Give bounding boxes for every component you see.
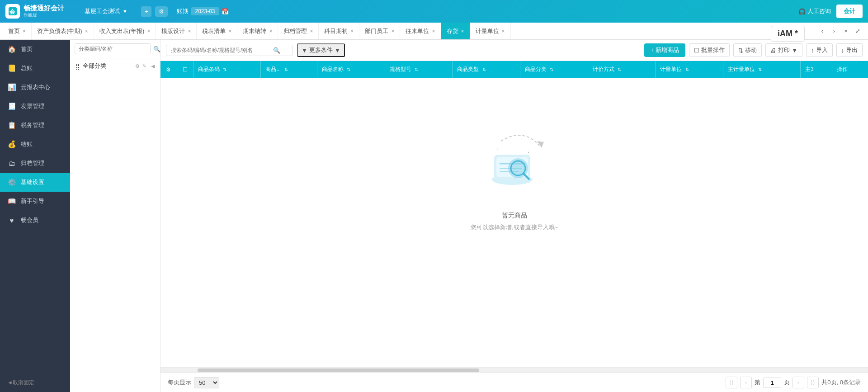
category-search-input[interactable] bbox=[75, 43, 151, 54]
tabs-prev-button[interactable]: ‹ bbox=[817, 26, 827, 36]
th-unit[interactable]: 计量单位 ⇅ bbox=[656, 61, 723, 78]
tab-close-inventory[interactable]: × bbox=[461, 28, 464, 34]
tab-dept-staff[interactable]: 部门员工 × bbox=[359, 23, 400, 40]
header-actions: + ⚙ bbox=[141, 6, 168, 17]
tab-homepage[interactable]: 首页 × bbox=[3, 23, 32, 40]
tab-close-contacts[interactable]: × bbox=[432, 28, 435, 34]
period-value: 2023-03 bbox=[191, 7, 218, 15]
prev-page-button[interactable]: ‹ bbox=[740, 377, 752, 388]
tab-close-archive[interactable]: × bbox=[310, 28, 313, 34]
tab-close-tax[interactable]: × bbox=[228, 28, 231, 34]
th-name[interactable]: 商品名称 ⇅ bbox=[317, 61, 385, 78]
tab-archive[interactable]: 归档管理 × bbox=[278, 23, 319, 40]
move-icon: ⇅ bbox=[738, 47, 743, 54]
tab-tax-list[interactable]: 税表清单 × bbox=[197, 23, 237, 40]
sidebar-item-guide[interactable]: 📖 新手引导 bbox=[0, 192, 70, 211]
logo-icon: 会 bbox=[5, 4, 20, 19]
scroll-thumb[interactable] bbox=[198, 368, 479, 372]
tab-close-period[interactable]: × bbox=[269, 28, 272, 34]
gear-icon: ⚙ bbox=[159, 8, 164, 15]
th-type[interactable]: 商品类型 ⇅ bbox=[453, 61, 520, 78]
top-header: 会 畅捷通好会计 旗舰版 基层工会测试 ▼ + ⚙ 账期 2023-03 📅 🎧… bbox=[0, 0, 868, 23]
sidebar-unpin-button[interactable]: ◄取消固定 bbox=[0, 373, 70, 392]
tabs-close-all-button[interactable]: × bbox=[841, 26, 851, 36]
service-button[interactable]: 🎧 人工咨询 bbox=[798, 7, 831, 15]
tab-close-balance[interactable]: × bbox=[85, 28, 88, 34]
tab-close-homepage[interactable]: × bbox=[23, 28, 26, 34]
th-price-method[interactable]: 计价方式 ⇅ bbox=[588, 61, 656, 78]
tab-contacts[interactable]: 往来单位 × bbox=[400, 23, 441, 40]
svg-text:⋆: ⋆ bbox=[496, 147, 499, 151]
period-area: 账期 2023-03 📅 bbox=[177, 7, 228, 15]
th-spec[interactable]: 规格型号 ⇅ bbox=[385, 61, 453, 78]
sidebar-item-ledger[interactable]: 📒 总账 bbox=[0, 59, 70, 78]
sort-barcode-icon: ⇅ bbox=[223, 67, 226, 72]
sort-code-icon: ⇅ bbox=[284, 67, 288, 72]
company-selector[interactable]: 基层工会测试 ▼ bbox=[80, 5, 132, 17]
sidebar-item-close-account[interactable]: 💰 结账 bbox=[0, 135, 70, 154]
content-area: 🔍 ⣿ 全部分类 ⚙ ✎ ◀ 🔍 bbox=[70, 40, 868, 392]
more-filter-button[interactable]: ▼ 更多条件 ▼ bbox=[297, 43, 345, 57]
sidebar-item-home[interactable]: 🏠 首页 bbox=[0, 40, 70, 59]
tab-close-income[interactable]: × bbox=[147, 28, 150, 34]
empty-illustration: ⋆ ⋆ bbox=[469, 114, 560, 204]
page-size-select[interactable]: 20 50 100 bbox=[194, 377, 219, 388]
tab-template-design[interactable]: 模版设计 × bbox=[156, 23, 197, 40]
category-edit-icon[interactable]: ✎ bbox=[142, 63, 146, 69]
sidebar-item-archive[interactable]: 🗂 归档管理 bbox=[0, 154, 70, 173]
add-tab-button[interactable]: + bbox=[141, 6, 152, 17]
last-page-button[interactable]: ⟩⟩ bbox=[807, 377, 819, 388]
tabs-next-button[interactable]: › bbox=[829, 26, 839, 36]
tab-unit[interactable]: 计量单位 × bbox=[470, 23, 511, 40]
bottom-bar: 每页显示 20 50 100 ⟨⟨ ‹ 第 页 › bbox=[160, 373, 868, 392]
account-button[interactable]: 会计 bbox=[836, 5, 863, 18]
product-search-input[interactable] bbox=[171, 47, 270, 53]
th-main-unit[interactable]: 主计量单位 ⇅ bbox=[723, 61, 801, 78]
th-checkbox[interactable]: ☐ bbox=[177, 61, 193, 78]
category-all[interactable]: ⣿ 全部分类 ⚙ ✎ ◀ bbox=[70, 58, 160, 74]
tab-balance-sheet[interactable]: 资产负债表(中期) × bbox=[32, 23, 94, 40]
print-button[interactable]: 🖨 打印 ▼ bbox=[765, 43, 802, 57]
sidebar-item-invoice[interactable]: 🧾 发票管理 bbox=[0, 97, 70, 116]
page-label: 第 bbox=[755, 378, 760, 387]
move-button[interactable]: ⇅ 移动 bbox=[733, 43, 762, 57]
tab-close-subject[interactable]: × bbox=[350, 28, 354, 34]
import-button[interactable]: ↑ 导入 bbox=[806, 43, 833, 57]
th-category[interactable]: 商品分类 ⇅ bbox=[520, 61, 588, 78]
th-code[interactable]: 商品... ⇅ bbox=[261, 61, 317, 78]
add-product-button[interactable]: + 新增商品 bbox=[644, 43, 685, 57]
content-with-panel: 🔍 ⣿ 全部分类 ⚙ ✎ ◀ 🔍 bbox=[70, 40, 868, 392]
sidebar-item-basic-settings[interactable]: ⚙️ 基础设置 bbox=[0, 173, 70, 192]
category-collapse-icon[interactable]: ◀ bbox=[151, 63, 155, 69]
tab-inventory[interactable]: 存货 × bbox=[441, 23, 470, 40]
first-page-button[interactable]: ⟨⟨ bbox=[726, 377, 737, 388]
tab-close-template[interactable]: × bbox=[188, 28, 191, 34]
tab-income-report[interactable]: 收入支出表(年报) × bbox=[94, 23, 156, 40]
export-button[interactable]: ↓ 导出 bbox=[836, 43, 863, 57]
tabs-expand-button[interactable]: ⤢ bbox=[853, 26, 863, 36]
sidebar-item-cloud-reports[interactable]: 📊 云报表中心 bbox=[0, 78, 70, 97]
tab-period-end[interactable]: 期末结转 × bbox=[237, 23, 278, 40]
tabs-navigation: ‹ › × ⤢ bbox=[815, 26, 865, 36]
sidebar-item-member[interactable]: ♥ 畅会员 bbox=[0, 211, 70, 230]
tab-close-dept[interactable]: × bbox=[391, 28, 394, 34]
tab-close-unit[interactable]: × bbox=[502, 28, 505, 34]
product-search-icon[interactable]: 🔍 bbox=[273, 47, 280, 54]
th-barcode[interactable]: 商品条码 ⇅ bbox=[193, 61, 261, 78]
sidebar-item-tax[interactable]: 📋 税务管理 bbox=[0, 116, 70, 135]
th-col3[interactable]: 主3 bbox=[801, 61, 832, 78]
invoice-icon: 🧾 bbox=[7, 102, 16, 110]
settings-button[interactable]: ⚙ bbox=[155, 6, 168, 17]
th-settings[interactable]: ⚙ bbox=[160, 61, 177, 78]
empty-title: 暂无商品 bbox=[502, 212, 527, 220]
toolbar-right: + 新增商品 ☐ 批量操作 ⇅ 移动 🖨 打印 ▼ bbox=[644, 43, 863, 57]
next-page-button[interactable]: › bbox=[793, 377, 804, 388]
category-settings-icon[interactable]: ⚙ bbox=[135, 63, 140, 69]
page-input[interactable] bbox=[763, 378, 781, 388]
batch-operations-button[interactable]: ☐ 批量操作 bbox=[689, 43, 730, 57]
horizontal-scrollbar[interactable] bbox=[160, 367, 868, 373]
tab-subject-init[interactable]: 科目期初 × bbox=[319, 23, 359, 40]
sort-main-unit-icon: ⇅ bbox=[758, 67, 762, 72]
category-search-button[interactable]: 🔍 bbox=[153, 46, 160, 52]
tabs-bar: 首页 × 资产负债表(中期) × 收入支出表(年报) × 模版设计 × 税表清单… bbox=[0, 23, 868, 40]
